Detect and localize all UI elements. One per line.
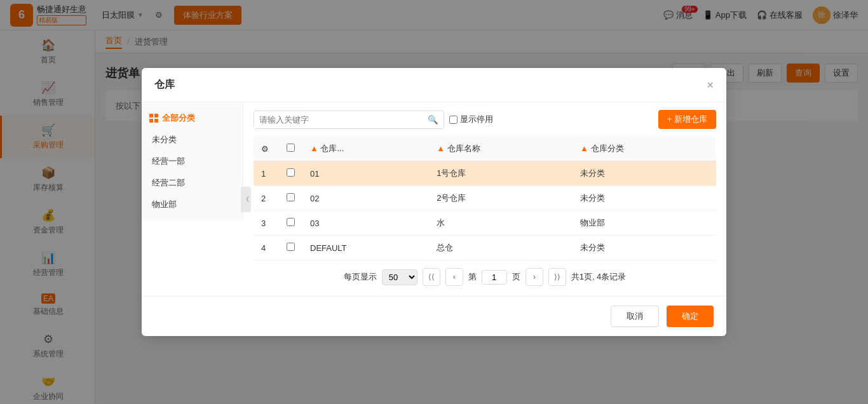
- sidebar-collapse-button[interactable]: 《: [241, 187, 251, 212]
- confirm-button[interactable]: 确定: [667, 306, 714, 327]
- category-sidebar: 全部分类 未分类 经营一部 经营二部 物业部: [142, 102, 243, 220]
- name-col-header: ▲ 仓库名称: [429, 137, 573, 161]
- checkbox-col-header: [279, 137, 302, 161]
- prev-page-button[interactable]: ‹: [445, 268, 463, 286]
- search-button[interactable]: 🔍: [423, 111, 444, 128]
- category-item-unclassified[interactable]: 未分类: [142, 129, 243, 151]
- modal-footer: 取消 确定: [142, 296, 726, 336]
- page-size-select[interactable]: 50 100: [382, 269, 417, 285]
- modal-close-button[interactable]: ×: [707, 79, 714, 91]
- show-disabled-checkbox[interactable]: 显示停用: [449, 114, 493, 125]
- search-input[interactable]: [254, 111, 423, 128]
- table-row[interactable]: 1 01 1号仓库 未分类: [254, 161, 716, 186]
- page-suffix-label: 页: [512, 271, 520, 283]
- modal-body: 全部分类 未分类 经营一部 经营二部 物业部 《 🔍: [142, 102, 726, 296]
- warehouse-table: ⚙ ▲ 仓库... ▲ 仓库名称: [254, 137, 716, 260]
- row-code: 02: [302, 186, 429, 211]
- category-item-operations2[interactable]: 经营二部: [142, 172, 243, 194]
- row-index: 3: [254, 211, 279, 236]
- page-label: 第: [468, 271, 477, 283]
- table-wrapper: ⚙ ▲ 仓库... ▲ 仓库名称: [254, 137, 716, 260]
- row-category: 未分类: [573, 186, 716, 211]
- row-index: 2: [254, 186, 279, 211]
- page-size-label: 每页显示: [344, 271, 377, 283]
- row-checkbox-input[interactable]: [287, 243, 295, 251]
- row-checkbox[interactable]: [279, 161, 302, 186]
- row-name: 1号仓库: [429, 161, 573, 186]
- grid-icon: [149, 114, 158, 123]
- row-checkbox[interactable]: [279, 211, 302, 236]
- category-item-operations1[interactable]: 经营一部: [142, 151, 243, 172]
- row-category: 未分类: [573, 161, 716, 186]
- row-category: 物业部: [573, 211, 716, 236]
- last-page-button[interactable]: ⟩⟩: [548, 268, 566, 286]
- row-checkbox[interactable]: [279, 186, 302, 211]
- category-sidebar-wrapper: 全部分类 未分类 经营一部 经营二部 物业部 《: [142, 102, 243, 296]
- next-page-button[interactable]: ›: [526, 268, 543, 286]
- row-checkbox-input[interactable]: [287, 168, 295, 177]
- category-col-header: ▲ 仓库分类: [573, 137, 716, 161]
- row-name: 总仓: [429, 236, 573, 260]
- warehouse-modal: 仓库 × 全部分类 未分类 经营一部 经营二部 物业部: [142, 68, 726, 336]
- row-checkbox-input[interactable]: [287, 193, 295, 201]
- pagination: 每页显示 50 100 ⟨⟨ ‹ 第 页 › ⟩⟩ 共1页, 4条记录: [254, 260, 716, 288]
- table-row[interactable]: 2 02 2号仓库 未分类: [254, 186, 716, 211]
- modal-title: 仓库: [154, 78, 175, 91]
- row-category: 未分类: [573, 236, 716, 260]
- row-checkbox-input[interactable]: [287, 218, 295, 226]
- add-warehouse-button[interactable]: + 新增仓库: [658, 110, 716, 129]
- code-col-header: ▲ 仓库...: [302, 137, 429, 161]
- total-info: 共1页, 4条记录: [571, 271, 627, 283]
- cancel-button[interactable]: 取消: [611, 306, 659, 327]
- row-index: 4: [254, 236, 279, 260]
- modal-header: 仓库 ×: [142, 68, 726, 102]
- table-row[interactable]: 4 DEFAULT 总仓 未分类: [254, 236, 716, 260]
- table-header: ⚙ ▲ 仓库... ▲ 仓库名称: [254, 137, 716, 161]
- row-name: 2号仓库: [429, 186, 573, 211]
- table-row[interactable]: 3 03 水 物业部: [254, 211, 716, 236]
- row-code: 03: [302, 211, 429, 236]
- settings-col-header: ⚙: [254, 137, 279, 161]
- table-body: 1 01 1号仓库 未分类 2 02 2号仓库: [254, 161, 716, 260]
- all-categories-header[interactable]: 全部分类: [142, 107, 243, 129]
- modal-overlay: 仓库 × 全部分类 未分类 经营一部 经营二部 物业部: [0, 0, 868, 404]
- row-code: DEFAULT: [302, 236, 429, 260]
- first-page-button[interactable]: ⟨⟨: [423, 268, 440, 286]
- category-item-property[interactable]: 物业部: [142, 194, 243, 215]
- row-checkbox[interactable]: [279, 236, 302, 260]
- row-settings[interactable]: 1: [254, 161, 279, 186]
- collapse-icon: 《: [243, 195, 249, 204]
- search-box: 🔍: [254, 111, 444, 129]
- modal-toolbar: 🔍 显示停用 + 新增仓库: [254, 110, 716, 129]
- row-code: 01: [302, 161, 429, 186]
- row-name: 水: [429, 211, 573, 236]
- modal-main: 🔍 显示停用 + 新增仓库 ⚙: [243, 102, 726, 296]
- disabled-checkbox-input[interactable]: [449, 116, 458, 124]
- select-all-checkbox[interactable]: [287, 144, 295, 152]
- page-number-input[interactable]: [482, 270, 507, 285]
